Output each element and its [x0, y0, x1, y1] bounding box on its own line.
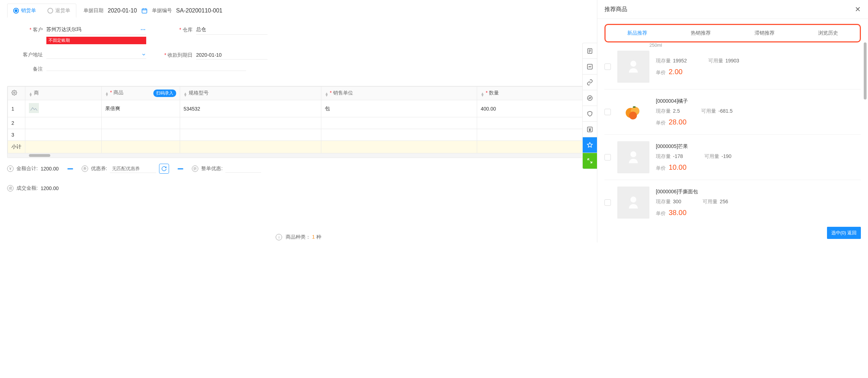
- side-notes-button[interactable]: [583, 43, 597, 59]
- table-row[interactable]: 2: [8, 117, 589, 129]
- link-icon: [587, 79, 593, 86]
- side-expand-button[interactable]: [583, 153, 597, 169]
- avail-value: 256: [720, 199, 728, 204]
- whole-discount-field[interactable]: [225, 165, 261, 173]
- cell-spec[interactable]: 534532: [180, 100, 321, 117]
- vertical-scrollbar[interactable]: [864, 42, 867, 223]
- no-value: SA-20200110-001: [176, 7, 223, 14]
- warehouse-label: 仓库: [160, 27, 193, 33]
- col-qty[interactable]: ▲▼数量: [477, 87, 589, 100]
- product-row[interactable]: [0000005]芒果 现存量-178 可用量-190 单价10.00: [604, 135, 861, 180]
- scrollbar-thumb[interactable]: [864, 42, 867, 99]
- stock-value: -178: [673, 153, 683, 159]
- date-label: 单据日期: [83, 7, 103, 14]
- side-shield-button[interactable]: [583, 106, 597, 122]
- placeholder-icon: [624, 148, 642, 166]
- select-return-button[interactable]: 选中(0) 返回: [827, 227, 861, 239]
- placeholder-icon: [624, 194, 642, 211]
- product-thumb: [617, 51, 649, 83]
- horizontal-scrollbar[interactable]: [7, 153, 589, 158]
- price-value: 38.00: [669, 209, 686, 216]
- side-chart-button[interactable]: [583, 59, 597, 75]
- expand-icon: [587, 158, 593, 164]
- deal-label: 成交金额:: [16, 185, 38, 191]
- avail-value: -681.5: [718, 108, 732, 114]
- remark-label: 备注: [11, 66, 43, 72]
- product-checkbox[interactable]: [604, 109, 611, 115]
- coupon-label: 优惠券:: [91, 165, 107, 172]
- product-thumb-icon: [29, 103, 39, 113]
- col-image[interactable]: ▲▼商: [25, 87, 102, 100]
- no-label: 单据编号: [152, 7, 172, 14]
- scrollbar-thumb[interactable]: [29, 154, 50, 157]
- date-value[interactable]: 2020-01-10: [108, 7, 137, 14]
- product-checkbox[interactable]: [604, 63, 611, 70]
- col-spec[interactable]: ▲▼规格型号: [180, 87, 321, 100]
- side-link-button[interactable]: [583, 75, 597, 90]
- list-icon: [587, 48, 593, 54]
- product-checkbox[interactable]: [604, 199, 611, 206]
- svg-point-5: [587, 96, 592, 101]
- calendar-icon[interactable]: [141, 7, 148, 14]
- tab-label: 退货单: [55, 7, 70, 14]
- coupon-input[interactable]: [110, 164, 156, 173]
- product-list[interactable]: 250ml 现存量19952 可用量19903 单价2.00: [597, 42, 868, 223]
- tab-slow-recommend[interactable]: 滞销推荐: [733, 25, 796, 41]
- side-currency-button[interactable]: [583, 122, 597, 137]
- remark-field[interactable]: [46, 68, 246, 71]
- warehouse-field[interactable]: 总仓: [196, 25, 267, 35]
- address-field[interactable]: [46, 51, 146, 59]
- close-icon[interactable]: ✕: [855, 5, 861, 14]
- col-unit[interactable]: ▲▼销售单位: [321, 87, 477, 100]
- stock-value: 2.5: [673, 108, 680, 114]
- cell-image[interactable]: [25, 100, 102, 117]
- side-favorite-button[interactable]: [583, 137, 597, 153]
- items-table: ▲▼商 ▲▼商品扫码录入 ▲▼规格型号 ▲▼销售单位 ▲▼数量 1 果倍爽 53…: [7, 86, 590, 158]
- product-name: [0000004]橘子: [656, 98, 861, 104]
- tab-label: 销货单: [21, 7, 36, 14]
- cell-unit[interactable]: 包: [321, 100, 477, 117]
- tab-hot-recommend[interactable]: 热销推荐: [669, 25, 732, 41]
- table-row[interactable]: 3: [8, 129, 589, 141]
- svg-point-11: [633, 106, 636, 108]
- tab-return-order[interactable]: 退货单: [42, 4, 76, 17]
- svg-point-13: [630, 196, 637, 203]
- product-row[interactable]: 现存量19952 可用量19903 单价2.00: [604, 49, 861, 90]
- scan-input-button[interactable]: 扫码录入: [153, 90, 176, 97]
- tab-new-recommend[interactable]: 新品推荐: [606, 25, 669, 41]
- sort-icon: ▲▼: [184, 92, 187, 97]
- bill-type-tabs: 销货单 退货单: [7, 4, 76, 17]
- customer-field[interactable]: 苏州万达沃尔玛 ⋯: [46, 25, 146, 35]
- tab-sales-order[interactable]: 销货单: [7, 4, 42, 17]
- svg-point-12: [630, 151, 637, 157]
- svg-rect-2: [29, 103, 39, 113]
- radio-icon: [47, 8, 53, 14]
- col-product[interactable]: ▲▼商品扫码录入: [101, 87, 180, 100]
- deal-value: 1200.00: [41, 185, 59, 191]
- price-value: 28.00: [669, 118, 686, 126]
- amount-label: 金额合计:: [16, 165, 38, 172]
- recommend-tabs: 新品推荐 热销推荐 滞销推荐 浏览历史: [604, 24, 861, 42]
- product-row[interactable]: [0000006]手撕面包 现存量300 可用量256 单价38.00: [604, 180, 861, 223]
- due-field[interactable]: 2020-01-10: [196, 51, 267, 60]
- refresh-button[interactable]: [159, 164, 169, 174]
- cell-product[interactable]: 果倍爽: [101, 100, 180, 117]
- table-row[interactable]: 1 果倍爽 534532 包 400.00: [8, 100, 589, 117]
- product-checkbox[interactable]: [604, 154, 611, 160]
- sort-icon: ▲▼: [325, 92, 328, 97]
- cell-qty[interactable]: 400.00: [477, 100, 589, 117]
- due-label: 收款到期日: [160, 52, 193, 58]
- account-period-badge: 不固定账期: [46, 37, 146, 44]
- address-label: 客户地址: [11, 52, 43, 58]
- product-row[interactable]: [0000004]橘子 现存量2.5 可用量-681.5 单价28.00: [604, 90, 861, 135]
- bill-meta: 单据日期 2020-01-10 单据编号 SA-20200110-001: [76, 4, 230, 17]
- column-settings[interactable]: [8, 87, 25, 100]
- more-icon[interactable]: ⋯: [141, 27, 146, 32]
- side-exchange-button[interactable]: [583, 90, 597, 106]
- partial-product-name: 250ml: [604, 42, 861, 49]
- amount-value: 1200.00: [41, 166, 59, 172]
- sort-icon: ▲▼: [105, 92, 109, 96]
- chevron-down-icon[interactable]: [141, 52, 146, 57]
- side-toolbar: [582, 43, 597, 169]
- tab-browse-history[interactable]: 浏览历史: [796, 25, 860, 41]
